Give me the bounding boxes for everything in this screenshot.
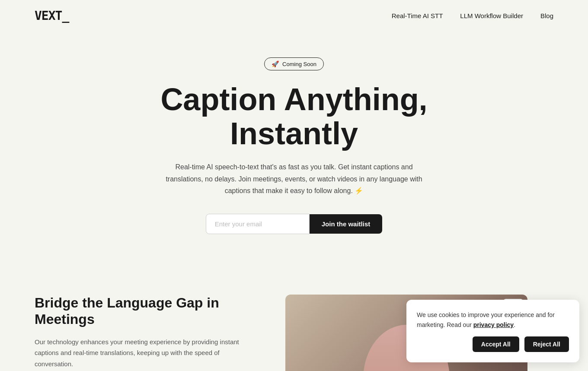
section-paragraph-1: Our technology enhances your meeting exp… [35, 336, 259, 370]
badge-label: Coming Soon [282, 61, 316, 67]
section-title: Bridge the Language Gap in Meetings [35, 295, 259, 328]
navbar: VEXT_ Real-Time AI STT LLM Workflow Buil… [0, 0, 588, 32]
cookie-text-suffix: . [514, 321, 515, 328]
cookie-buttons: Accept All Reject All [417, 336, 569, 352]
badge-icon: 🚀 [272, 60, 279, 67]
nav-link-blog[interactable]: Blog [540, 12, 553, 19]
hero-section: 🚀 Coming Soon Caption Anything, Instantl… [0, 32, 588, 269]
privacy-policy-link[interactable]: privacy policy [473, 321, 514, 328]
nav-link-llm[interactable]: LLM Workflow Builder [460, 12, 523, 19]
nav-link-ai-stt[interactable]: Real-Time AI STT [392, 12, 443, 19]
hero-description: Real-time AI speech-to-text that's as fa… [164, 161, 424, 197]
nav-links: Real-Time AI STT LLM Workflow Builder Bl… [392, 12, 553, 20]
reject-all-button[interactable]: Reject All [524, 336, 569, 352]
join-waitlist-button[interactable]: Join the waitlist [310, 214, 383, 234]
text-column: Bridge the Language Gap in Meetings Our … [35, 295, 259, 371]
cookie-text: We use cookies to improve your experienc… [417, 310, 569, 330]
cookie-banner: We use cookies to improve your experienc… [406, 300, 579, 362]
email-form: Join the waitlist [206, 214, 383, 234]
logo[interactable]: VEXT_ [35, 9, 69, 23]
accept-all-button[interactable]: Accept All [473, 336, 519, 352]
coming-soon-badge: 🚀 Coming Soon [264, 57, 324, 70]
email-input[interactable] [206, 214, 310, 234]
hero-title: Caption Anything, Instantly [99, 82, 489, 151]
